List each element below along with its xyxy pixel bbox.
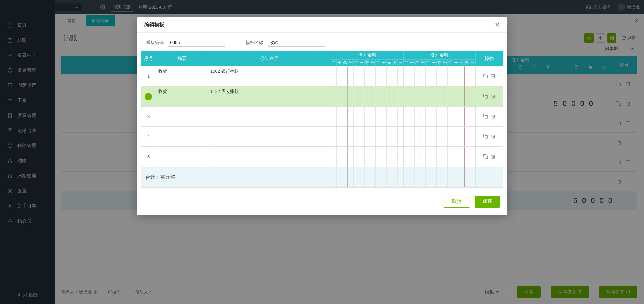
template-code-label: 模板编码: [146, 40, 164, 46]
credit-cell[interactable]: [403, 86, 475, 107]
template-name-label: 模板名称: [246, 40, 263, 46]
summary-cell[interactable]: [156, 127, 208, 147]
credit-cell[interactable]: [403, 127, 475, 147]
col-index: 序号: [141, 51, 156, 66]
save-button[interactable]: 保存: [475, 196, 500, 208]
row-actions: [475, 66, 503, 86]
delete-icon[interactable]: [491, 114, 496, 119]
template-code-input[interactable]: [168, 39, 225, 47]
row-actions: [475, 127, 503, 147]
copy-icon[interactable]: [483, 94, 488, 99]
close-icon[interactable]: ✕: [494, 21, 500, 29]
copy-icon[interactable]: [483, 134, 488, 139]
modal-overlay: 编辑模板 ✕ 模板编码 模板名称 序号 摘要 会计科目 借方金额: [0, 0, 644, 304]
row-actions: [475, 147, 503, 167]
svg-rect-34: [485, 75, 487, 78]
col-debit: 借方金额: [331, 51, 403, 60]
modal-form: 模板编码 模板名称: [137, 33, 507, 51]
summary-cell[interactable]: 收款: [156, 66, 208, 86]
modal-title: 编辑模板: [144, 22, 164, 28]
row-actions: [475, 86, 503, 107]
row-actions: [475, 107, 503, 127]
col-credit: 贷方金额: [403, 51, 475, 60]
debit-cell[interactable]: [331, 86, 403, 107]
debit-cell[interactable]: [331, 127, 403, 147]
table-row[interactable]: +收款1122 应收账款: [141, 86, 503, 107]
account-cell[interactable]: 1122 应收账款: [208, 86, 331, 107]
col-op: 操作: [475, 51, 503, 66]
edit-template-modal: 编辑模板 ✕ 模板编码 模板名称 序号 摘要 会计科目 借方金额: [137, 17, 507, 215]
copy-icon[interactable]: [483, 73, 488, 78]
col-account: 会计科目: [208, 51, 331, 66]
copy-icon[interactable]: [483, 154, 488, 159]
debit-cell[interactable]: [331, 66, 403, 86]
table-row[interactable]: 5: [141, 147, 503, 167]
delete-icon[interactable]: [491, 73, 496, 78]
credit-cell[interactable]: [403, 66, 475, 86]
total-label: 合计：零元整: [141, 167, 331, 188]
delete-icon[interactable]: [491, 134, 496, 139]
template-table: 序号 摘要 会计科目 借方金额 贷方金额 操作 百十亿千百十万千百十元角分百十亿…: [141, 51, 503, 188]
delete-icon[interactable]: [491, 94, 496, 99]
add-row-button[interactable]: +: [145, 93, 152, 100]
modal-footer: 取消 保存: [137, 192, 507, 215]
svg-rect-35: [485, 95, 487, 98]
account-cell[interactable]: [208, 147, 331, 167]
template-name-input[interactable]: [268, 39, 325, 47]
svg-rect-37: [485, 135, 487, 138]
cancel-button[interactable]: 取消: [444, 196, 470, 208]
svg-rect-36: [485, 115, 487, 118]
account-cell[interactable]: [208, 107, 331, 127]
modal-header: 编辑模板 ✕: [137, 17, 507, 33]
svg-rect-38: [485, 156, 487, 158]
account-cell[interactable]: [208, 127, 331, 147]
debit-cell[interactable]: [331, 147, 403, 167]
credit-cell[interactable]: [403, 107, 475, 127]
col-summary: 摘要: [156, 51, 208, 66]
table-row[interactable]: 4: [141, 127, 503, 147]
summary-cell[interactable]: [156, 147, 208, 167]
table-row[interactable]: 3: [141, 107, 503, 127]
credit-cell[interactable]: [403, 147, 475, 167]
debit-cell[interactable]: [331, 107, 403, 127]
copy-icon[interactable]: [483, 114, 488, 119]
summary-cell[interactable]: 收款: [156, 86, 208, 107]
account-cell[interactable]: 1002 银行存款: [208, 66, 331, 86]
table-row[interactable]: 1收款1002 银行存款: [141, 66, 503, 86]
summary-cell[interactable]: [156, 107, 208, 127]
delete-icon[interactable]: [491, 154, 496, 159]
